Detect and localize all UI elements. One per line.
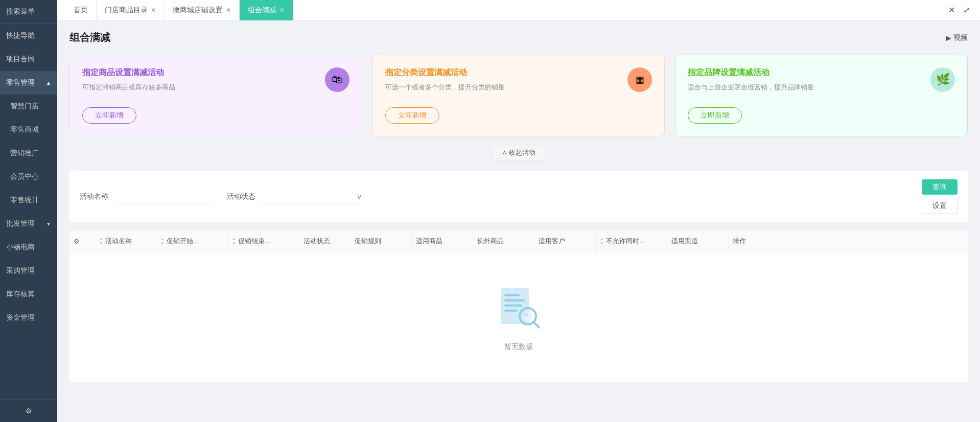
page-header: 组合满减 ▶ 视频: [69, 31, 968, 44]
table-settings-button[interactable]: 设置: [922, 198, 958, 214]
activity-name-input[interactable]: [112, 191, 215, 203]
sidebar-item-inventory-calc[interactable]: 库存核算: [0, 283, 57, 306]
th-promo-rule: 促销规则: [351, 230, 412, 252]
svg-rect-3: [504, 304, 522, 307]
category-card-title: 指定分类设置满减活动: [385, 67, 652, 78]
svg-line-7: [533, 322, 539, 327]
activity-status-label: 活动状态: [227, 192, 255, 201]
sidebar-item-project-contract[interactable]: 项目合同: [0, 48, 57, 71]
tab-store-catalog[interactable]: 门店商品目录 ✕: [97, 0, 165, 20]
sidebar-item-member-center[interactable]: 会员中心: [0, 165, 57, 189]
th-name: ▲▼ 活动名称: [95, 230, 156, 252]
play-icon: ▶: [946, 34, 951, 42]
brand-card-icon: 🌿: [930, 67, 955, 92]
sidebar-item-fund-mgmt[interactable]: 资金管理: [0, 306, 57, 330]
sidebar-item-retail-mgmt[interactable]: 零售管理 ▲: [0, 71, 57, 95]
tab-combo-discount-close[interactable]: ✕: [279, 7, 285, 14]
th-no-concurrent: ▲▼ 不允许同时...: [596, 230, 667, 252]
tab-bar: 首页 门店商品目录 ✕ 微商城店铺设置 ✕ 组合满减 ✕ ✕ ⤢: [57, 0, 980, 20]
activity-name-label: 活动名称: [80, 192, 108, 201]
activity-status-filter: 活动状态 ∨: [227, 191, 362, 203]
brand-card-title: 指定品牌设置满减活动: [688, 67, 955, 78]
product-card-icon: 🛍: [325, 67, 349, 92]
sidebar-item-purchase-mgmt[interactable]: 采购管理: [0, 259, 57, 283]
data-table: ⚙ ▲▼ 活动名称 ▲▼ 促销开始... ▲▼ 促销结束... 活动状态: [69, 230, 968, 382]
product-card-add-button[interactable]: 立即新增: [82, 107, 136, 124]
query-button[interactable]: 查询: [922, 179, 958, 195]
filter-actions: 查询 设置: [922, 179, 958, 214]
th-action: 操作: [729, 230, 780, 252]
tab-actions: ✕ ⤢: [946, 5, 972, 15]
sidebar: 搜索菜单 快捷导航 项目合同 零售管理 ▲ 智慧门店 零售商城 营销推广 会员中…: [0, 0, 57, 422]
sidebar-item-wholesale-mgmt[interactable]: 批发管理 ▼: [0, 212, 57, 236]
svg-point-6: [523, 312, 532, 321]
chevron-down-icon: ∨: [357, 193, 362, 201]
maximize-window-button[interactable]: ⤢: [961, 5, 972, 15]
category-promo-card: ▦ 指定分类设置满减活动 可选一个或者多个分类，提升分类的销量 立即新增: [372, 55, 665, 136]
th-except-products: 例外商品: [473, 230, 534, 252]
sort-arrows-no-concurrent[interactable]: ▲▼: [600, 237, 604, 246]
retail-mgmt-arrow-icon: ▲: [46, 80, 51, 86]
th-status: 活动状态: [299, 230, 351, 252]
collapse-bar: ∧ 收起活动: [69, 145, 968, 161]
main-area: 首页 门店商品目录 ✕ 微商城店铺设置 ✕ 组合满减 ✕ ✕ ⤢ 组合满减 ▶ …: [57, 0, 980, 422]
activity-name-filter: 活动名称: [80, 191, 215, 203]
collapse-activities-button[interactable]: ∧ 收起活动: [491, 145, 547, 161]
filter-row: 活动名称 活动状态 ∨ 查询 设置: [69, 171, 968, 222]
th-apply-channel: 适用渠道: [667, 230, 729, 252]
empty-illustration: [488, 283, 549, 334]
tab-wechat-settings[interactable]: 微商城店铺设置 ✕: [165, 0, 240, 20]
brand-card-desc: 适合与上游企业联合做营销，提升品牌销量: [688, 82, 875, 92]
tab-store-catalog-close[interactable]: ✕: [151, 7, 156, 14]
sidebar-settings[interactable]: ⚙: [0, 399, 57, 422]
category-card-icon: ▦: [627, 67, 652, 92]
category-card-desc: 可选一个或者多个分类，提升分类的销量: [385, 82, 572, 92]
sidebar-item-xiaochangec[interactable]: 小畅电商: [0, 236, 57, 259]
chevron-up-icon: ∧: [502, 149, 509, 156]
sidebar-item-smart-store[interactable]: 智慧门店: [0, 95, 57, 118]
brand-card-add-button[interactable]: 立即新增: [688, 107, 742, 124]
svg-rect-4: [504, 310, 517, 312]
product-card-title: 指定商品设置满减活动: [82, 67, 349, 78]
table-header: ⚙ ▲▼ 活动名称 ▲▼ 促销开始... ▲▼ 促销结束... 活动状态: [69, 230, 968, 252]
tab-combo-discount[interactable]: 组合满减 ✕: [240, 0, 293, 20]
sidebar-item-retail-stats[interactable]: 零售统计: [0, 189, 57, 212]
th-apply-customers: 适用客户: [534, 230, 596, 252]
sidebar-item-quick-nav[interactable]: 快捷导航: [0, 24, 57, 48]
settings-icon: ⚙: [26, 407, 32, 415]
sort-arrows-name[interactable]: ▲▼: [99, 237, 103, 246]
table-settings-icon: ⚙: [74, 238, 80, 245]
close-window-button[interactable]: ✕: [946, 5, 957, 15]
product-card-desc: 可指定滞销商品或库存较多商品: [82, 82, 269, 92]
content-area: 组合满减 ▶ 视频 🛍 指定商品设置满减活动 可指定滞销商品或库存较多商品 立即…: [57, 20, 980, 422]
svg-point-8: [524, 313, 528, 317]
svg-rect-1: [504, 294, 520, 296]
product-promo-card: 🛍 指定商品设置满减活动 可指定滞销商品或库存较多商品 立即新增: [69, 55, 362, 136]
sidebar-search[interactable]: 搜索菜单: [0, 0, 57, 24]
empty-state: 暂无数据: [69, 252, 968, 382]
th-promo-start: ▲▼ 促销开始...: [156, 230, 228, 252]
sidebar-item-retail-mall[interactable]: 零售商城: [0, 118, 57, 142]
sort-arrows-promo-start[interactable]: ▲▼: [160, 237, 165, 246]
video-link[interactable]: ▶ 视频: [946, 33, 968, 42]
th-apply-products: 适用商品: [412, 230, 473, 252]
brand-promo-card: 🌿 指定品牌设置满减活动 适合与上游企业联合做营销，提升品牌销量 立即新增: [675, 55, 968, 136]
sidebar-item-marketing[interactable]: 营销推广: [0, 142, 57, 165]
category-card-add-button[interactable]: 立即新增: [385, 107, 439, 124]
activity-status-select[interactable]: ∨: [260, 191, 362, 203]
tab-wechat-settings-close[interactable]: ✕: [226, 7, 231, 14]
th-promo-end: ▲▼ 促销结束...: [228, 230, 299, 252]
svg-rect-2: [504, 299, 525, 301]
th-settings[interactable]: ⚙: [69, 230, 95, 252]
wholesale-arrow-icon: ▼: [46, 221, 51, 227]
empty-text: 暂无数据: [504, 342, 533, 351]
sort-arrows-promo-end[interactable]: ▲▼: [232, 237, 236, 246]
promo-cards: 🛍 指定商品设置满减活动 可指定滞销商品或库存较多商品 立即新增 ▦ 指定分类设…: [69, 55, 968, 136]
tab-home[interactable]: 首页: [65, 0, 97, 20]
page-title: 组合满减: [69, 31, 110, 44]
